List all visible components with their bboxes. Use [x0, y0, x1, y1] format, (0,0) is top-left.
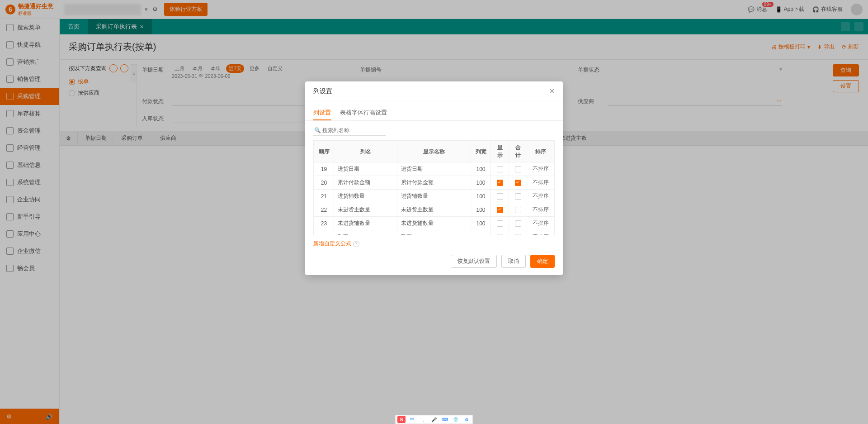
ok-button[interactable]: 确定: [530, 255, 555, 268]
th-disp: 显示名称: [397, 141, 471, 162]
col-width[interactable]: 100: [471, 217, 491, 230]
show-checkbox[interactable]: [497, 166, 503, 172]
col-width[interactable]: 100: [471, 230, 491, 236]
col-width[interactable]: 100: [471, 176, 491, 190]
column-row: 21进货辅数量进货辅数量100不排序: [314, 190, 554, 203]
columns-table: 顺序 列名 显示名称 列宽 显示 合计 排序 19进货日期进货日期100不排序2…: [314, 141, 554, 235]
column-row: 23未进货辅数量未进货辅数量100不排序: [314, 217, 554, 230]
restore-defaults-button[interactable]: 恢复默认设置: [451, 255, 497, 268]
th-show: 显示: [491, 141, 509, 162]
column-row: 24数字数字100不排序: [314, 230, 554, 236]
col-sort[interactable]: 不排序: [527, 190, 554, 203]
col-display[interactable]: 未进货主数量: [397, 203, 471, 217]
th-seq: 顺序: [314, 141, 334, 162]
ime-key[interactable]: ⌨: [441, 416, 449, 423]
modal-title: 列设置: [313, 87, 332, 95]
col-sort[interactable]: 不排序: [527, 217, 554, 230]
show-checkbox[interactable]: [497, 193, 503, 200]
col-display[interactable]: 累计付款金额: [397, 176, 471, 190]
modal-tab-columns[interactable]: 列设置: [313, 106, 331, 120]
cancel-button[interactable]: 取消: [501, 255, 526, 268]
th-sum: 合计: [509, 141, 527, 162]
th-sort: 排序: [527, 141, 554, 162]
col-width[interactable]: 100: [471, 162, 491, 176]
col-sort[interactable]: 不排序: [527, 176, 554, 190]
add-formula-link[interactable]: 新增自定义公式 ?: [313, 240, 359, 248]
col-seq: 21: [314, 190, 334, 203]
sum-checkbox[interactable]: [515, 193, 521, 200]
col-name: 进货辅数量: [334, 190, 397, 203]
modal-tab-font[interactable]: 表格字体行高设置: [340, 106, 387, 120]
show-checkbox[interactable]: [497, 180, 503, 186]
col-seq: 22: [314, 203, 334, 217]
ime-key[interactable]: ,: [419, 416, 427, 423]
col-seq: 23: [314, 217, 334, 230]
sum-checkbox[interactable]: [515, 166, 521, 172]
th-width: 列宽: [471, 141, 491, 162]
col-name: 未进货主数量: [334, 203, 397, 217]
column-settings-modal: 列设置 ✕ 列设置 表格字体行高设置 🔍 顺序 列名 显示名称 列宽 显示 合计…: [305, 81, 563, 275]
help-icon[interactable]: ?: [353, 241, 359, 247]
col-width[interactable]: 100: [471, 190, 491, 203]
col-name: 累计付款金额: [334, 176, 397, 190]
col-width[interactable]: 100: [471, 203, 491, 217]
sum-checkbox[interactable]: [515, 180, 521, 186]
column-search-input[interactable]: [313, 125, 386, 136]
show-checkbox[interactable]: [497, 207, 503, 213]
ime-toolbar: S中,🎤⌨👕⚙: [395, 415, 473, 424]
ime-key[interactable]: 🎤: [430, 416, 438, 423]
ime-key[interactable]: 👕: [452, 416, 460, 423]
col-sort[interactable]: 不排序: [527, 203, 554, 217]
ime-key[interactable]: S: [397, 416, 406, 423]
col-display[interactable]: 进货日期: [397, 162, 471, 176]
modal-close-icon[interactable]: ✕: [549, 87, 555, 95]
column-row: 22未进货主数量未进货主数量100不排序: [314, 203, 554, 217]
sum-checkbox[interactable]: [515, 207, 521, 213]
col-display[interactable]: 数字: [397, 230, 471, 236]
show-checkbox[interactable]: [497, 220, 503, 227]
col-sort[interactable]: 不排序: [527, 230, 554, 236]
ime-key[interactable]: 中: [408, 416, 416, 423]
column-row: 20累计付款金额累计付款金额100不排序: [314, 176, 554, 190]
col-seq: 24: [314, 230, 334, 236]
col-name: 未进货辅数量: [334, 217, 397, 230]
col-display[interactable]: 未进货辅数量: [397, 217, 471, 230]
col-display[interactable]: 进货辅数量: [397, 190, 471, 203]
search-icon: 🔍: [314, 127, 321, 133]
col-seq: 20: [314, 176, 334, 190]
col-sort[interactable]: 不排序: [527, 162, 554, 176]
ime-key[interactable]: ⚙: [462, 416, 471, 423]
column-row: 19进货日期进货日期100不排序: [314, 162, 554, 176]
col-name: 进货日期: [334, 162, 397, 176]
col-name: 数字: [334, 230, 397, 236]
sum-checkbox[interactable]: [515, 220, 521, 227]
th-name: 列名: [334, 141, 397, 162]
col-seq: 19: [314, 162, 334, 176]
add-formula-label: 新增自定义公式: [313, 240, 351, 248]
